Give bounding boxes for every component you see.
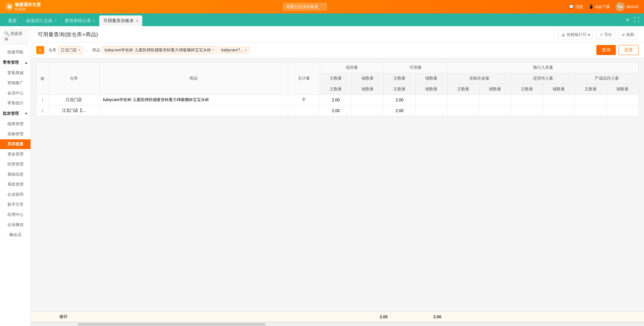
row-stock-aux-1 [352, 105, 384, 116]
warehouse-tag-close[interactable]: × [78, 48, 80, 52]
goods-tag2-close[interactable]: × [245, 48, 247, 52]
col-pa-aux: 辅数量 [543, 84, 575, 95]
settings-btn[interactable]: 设置 [619, 45, 639, 55]
sidebar-item-retail-stats[interactable]: 零售统计 [0, 98, 31, 108]
sidebar-item-retail-mall[interactable]: 零售商城 [0, 68, 31, 78]
sidebar: 🔍 搜索菜单 快捷导航 零售管理 ▲ 零售商城 营销推广 会员中心 零售统计 批… [0, 26, 31, 326]
col-current-stock-header: 现存量 [320, 62, 384, 73]
row-avail-main-0: 2.00 [384, 95, 416, 105]
row-goods-1 [99, 105, 288, 116]
close-all-tabs-btn[interactable]: × [623, 16, 632, 24]
sidebar-item-basic-info[interactable]: 基础信息 [0, 170, 31, 180]
col-pra-aux: 辅数量 [606, 84, 638, 95]
row-pa-main-1 [511, 105, 543, 116]
sidebar-item-purchase[interactable]: 采购管理 [0, 129, 31, 139]
row-num-1: 2 [37, 105, 49, 116]
sidebar-item-marketing[interactable]: 营销推广 [0, 78, 31, 88]
export-btn[interactable]: ↗ 导出 [596, 30, 615, 39]
workspace-selector[interactable]: 母婴行业演示账套 [283, 3, 327, 10]
tab-close-shoufashou[interactable]: × [54, 18, 57, 23]
col-stock-main-header: 主数量 [320, 73, 352, 84]
table-container[interactable]: ⚙ 仓库 商品 主计量 现存量 可用量 预计入库量 主数量 辅数量 主数量 辅数… [31, 58, 644, 311]
scroll-thumb[interactable] [78, 323, 266, 326]
app-download-btn[interactable]: 📱 App下载 [589, 4, 610, 10]
sidebar-item-inventory[interactable]: 库存核算 [0, 139, 31, 149]
col-main-unit-header: 主计量 [288, 62, 320, 95]
col-purchase-arriving-header: 进货待入量 [511, 73, 575, 84]
horizontal-scrollbar[interactable] [31, 322, 644, 326]
filter-action-btns: 查询 设置 [596, 45, 639, 55]
footer-avail-main: 2.00 [424, 315, 451, 319]
logo-text: 畅捷通好生意 [15, 2, 41, 7]
sidebar-item-enterprise[interactable]: 企业协同 [0, 190, 31, 200]
sidebar-item-quick-nav[interactable]: 快捷导航 [0, 47, 31, 57]
footer-stock-main: 2.00 [370, 315, 397, 319]
sidebar-search-area[interactable]: 🔍 搜索菜单 [0, 26, 31, 47]
sidebar-item-operations[interactable]: 经营管理 [0, 159, 31, 170]
page-title: 可用量查询(按仓库+商品) [38, 31, 98, 38]
filter-toggle-btn[interactable]: » [36, 46, 44, 54]
table-body: 1 江北门店 babycare学饮杯 儿童防摔防撞吸管杯重力球吸嘴杯宝宝水杯 个… [37, 95, 639, 116]
workspace-area[interactable]: 母婴行业演示账套 [283, 3, 327, 10]
row-pt-aux-0 [479, 95, 511, 105]
message-icon: 💬 [569, 4, 574, 9]
col-stock-main-sub: 主数量 [320, 84, 352, 95]
col-avail-aux-sub: 辅数量 [416, 84, 447, 95]
warehouse-ellipsis[interactable]: ... [85, 48, 88, 52]
template-print-btn[interactable]: 🖨 按模板打印 ▾ [558, 30, 593, 39]
page-actions: 🖨 按模板打印 ▾ ↗ 导出 ↺ 刷新 [558, 30, 637, 39]
tab-close-yaohuo[interactable]: × [93, 18, 95, 23]
sidebar-item-member-vip[interactable]: 畅会员 [0, 230, 31, 240]
goods-tag1-close[interactable]: × [212, 48, 215, 52]
goods-filter-group: 商品 babycare学饮杯 儿童防摔防撞吸管杯重力球吸嘴杯宝宝水杯 × bab… [92, 46, 250, 54]
sidebar-section-wholesale[interactable]: 批发管理 ▼ [0, 108, 31, 119]
row-pra-main-0 [575, 95, 607, 105]
tab-kuyun[interactable]: 可用量库存账本 × [99, 15, 142, 26]
tab-shoufashou[interactable]: 收发存汇总表 × [22, 15, 61, 26]
top-bar: 畅 畅捷通好生意 标准版 母婴行业演示账套 💬 消息 📱 App下载 Ea de… [0, 0, 644, 13]
query-btn[interactable]: 查询 [596, 45, 616, 55]
warehouse-tag[interactable]: 江北门店 × [58, 46, 83, 54]
col-planned-in-header: 预计入库量 [447, 62, 639, 73]
col-pt-main: 主数量 [447, 84, 479, 95]
refresh-btn[interactable]: ↺ 刷新 [619, 30, 637, 39]
col-stock-aux-header: 辅数量 [352, 73, 384, 84]
message-btn[interactable]: 💬 消息 [569, 4, 583, 10]
col-pa-main: 主数量 [511, 84, 543, 95]
row-main-unit-0: 个 [288, 95, 320, 105]
tab-close-kuyun[interactable]: × [136, 18, 138, 23]
sidebar-search-btn[interactable]: 🔍 搜索菜单 [3, 29, 28, 44]
col-available-header: 可用量 [384, 62, 447, 73]
row-pra-aux-1 [606, 105, 638, 116]
sidebar-item-newbie[interactable]: 新手引导 [0, 200, 31, 210]
tab-home[interactable]: 首页 [3, 15, 22, 26]
col-settings-header[interactable]: ⚙ [37, 62, 49, 95]
settings-gear-icon[interactable]: ⚙ [40, 76, 45, 81]
col-avail-main-sub: 主数量 [384, 84, 416, 95]
row-avail-aux-1 [416, 105, 447, 116]
sidebar-item-ecommerce[interactable]: 电商管理 [0, 119, 31, 129]
col-avail-main-header: 主数量 [384, 73, 416, 84]
goods-tag-2[interactable]: babycare?... × [219, 47, 250, 53]
sidebar-item-member[interactable]: 会员中心 [0, 88, 31, 98]
sidebar-item-system[interactable]: 系统管理 [0, 180, 31, 190]
row-pt-aux-1 [479, 105, 511, 116]
refresh-icon: ↺ [622, 33, 625, 37]
chevron-up-icon: ▲ [24, 61, 28, 64]
user-area[interactable]: Ea demo2 [615, 2, 639, 11]
sidebar-item-finance[interactable]: 资金管理 [0, 149, 31, 159]
print-icon: 🖨 [561, 33, 565, 37]
inventory-table: ⚙ 仓库 商品 主计量 现存量 可用量 预计入库量 主数量 辅数量 主数量 辅数… [36, 62, 639, 116]
row-pra-aux-0 [606, 95, 638, 105]
expand-tab-btn[interactable]: ⛶ [632, 17, 641, 23]
warehouse-filter-label: 仓库 [48, 47, 56, 53]
goods-tag-1[interactable]: babycare学饮杯 儿童防摔防撞吸管杯重力球吸嘴杯宝宝水杯 × [102, 46, 217, 54]
tab-yaohuo[interactable]: 要货单统计表 × [61, 15, 99, 26]
sidebar-section-retail-mgmt[interactable]: 零售管理 ▲ [0, 57, 31, 68]
sidebar-item-app-center[interactable]: 应用中心 [0, 210, 31, 220]
tab-bar: 首页 收发存汇总表 × 要货单统计表 × 可用量库存账本 × × ⛶ [0, 13, 644, 26]
logo-sub: 标准版 [15, 7, 41, 11]
chevron-down-icon: ▾ [588, 33, 590, 37]
row-avail-aux-0 [416, 95, 447, 105]
sidebar-item-enterprise-wechat[interactable]: 企业微信 [0, 220, 31, 230]
